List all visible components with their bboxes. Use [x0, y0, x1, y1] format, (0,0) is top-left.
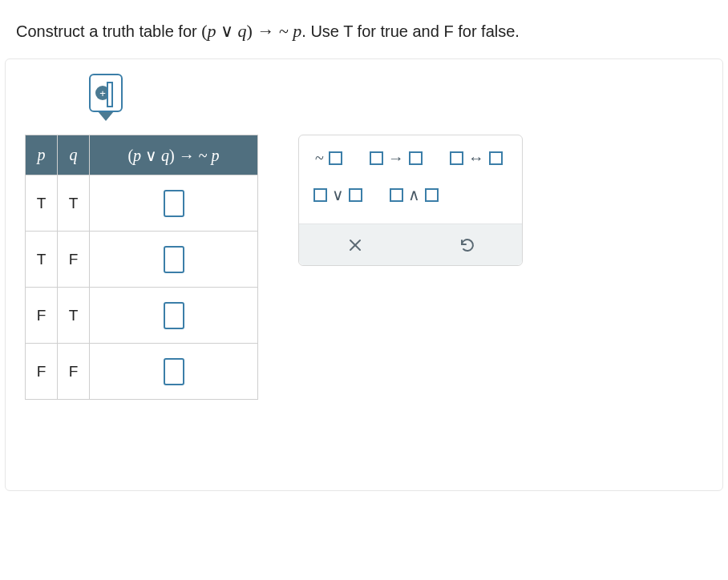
palette-or-button[interactable]: ∨	[313, 187, 362, 203]
answer-input[interactable]	[164, 246, 184, 273]
table-row: T F	[26, 232, 258, 288]
placeholder-box-icon	[349, 188, 362, 202]
column-bar-icon	[107, 82, 113, 107]
prompt-post: . Use T for true and F for false.	[301, 22, 520, 40]
answer-input[interactable]	[164, 302, 184, 329]
palette-not-button[interactable]: ~	[313, 150, 342, 166]
prompt-arrow: →	[253, 21, 279, 41]
header-p: p	[26, 135, 58, 175]
insert-column-handle[interactable]: +	[89, 74, 123, 112]
cell-p: T	[26, 175, 58, 232]
prompt-or: ∨	[216, 21, 238, 41]
cell-q: T	[58, 175, 90, 232]
insert-column-control[interactable]: +	[89, 74, 123, 121]
and-symbol: ∧	[406, 187, 422, 203]
cell-answer	[90, 344, 258, 400]
placeholder-box-icon	[409, 151, 423, 165]
answer-input[interactable]	[164, 358, 184, 385]
header-expression: (p ∨ q) → ~ p	[90, 135, 258, 175]
palette-and-button[interactable]: ∧	[390, 187, 439, 203]
cell-q: T	[58, 288, 90, 344]
palette-footer	[299, 224, 522, 265]
iff-symbol: ↔	[467, 150, 486, 166]
reset-button[interactable]	[449, 231, 484, 260]
prompt-q: q	[238, 21, 247, 41]
answer-input[interactable]	[164, 190, 184, 217]
cell-q: F	[58, 344, 90, 400]
table-row: F F	[26, 344, 258, 400]
truth-table: p q (p ∨ q) → ~ p T T T F	[25, 135, 258, 400]
table-row: F T	[26, 288, 258, 344]
header-q: q	[58, 135, 90, 175]
palette-iff-button[interactable]: ↔	[450, 150, 503, 166]
prompt-pre: Construct a truth table for	[16, 22, 201, 40]
or-symbol: ∨	[330, 187, 346, 203]
placeholder-box-icon	[450, 151, 463, 165]
implies-symbol: →	[386, 150, 406, 166]
question-prompt: Construct a truth table for (p ∨ q) → ~ …	[0, 0, 728, 58]
cell-answer	[90, 232, 258, 288]
cell-q: F	[58, 232, 90, 288]
cell-answer	[90, 288, 258, 344]
prompt-p: p	[208, 21, 216, 41]
placeholder-box-icon	[313, 188, 327, 202]
table-row: T T	[26, 175, 258, 232]
palette-implies-button[interactable]: →	[370, 150, 423, 166]
placeholder-box-icon	[329, 151, 342, 165]
undo-icon	[459, 237, 475, 253]
placeholder-box-icon	[425, 188, 439, 202]
cell-p: T	[26, 232, 58, 288]
placeholder-box-icon	[390, 188, 403, 202]
prompt-not: ~	[279, 21, 293, 41]
cell-p: F	[26, 344, 58, 400]
close-icon	[348, 238, 362, 252]
prompt-open: (	[201, 21, 207, 41]
prompt-p2: p	[293, 21, 301, 41]
cell-answer	[90, 175, 258, 232]
answer-panel: + p q (p ∨ q) → ~ p T T	[5, 58, 723, 491]
cell-p: F	[26, 288, 58, 344]
placeholder-box-icon	[489, 151, 503, 165]
placeholder-box-icon	[370, 151, 383, 165]
clear-button[interactable]	[338, 231, 373, 260]
prompt-close: )	[247, 21, 253, 41]
operator-palette: ~ → ↔ ∨ ∧	[298, 135, 523, 266]
not-symbol: ~	[313, 150, 326, 166]
insert-column-pointer-icon	[98, 111, 114, 121]
